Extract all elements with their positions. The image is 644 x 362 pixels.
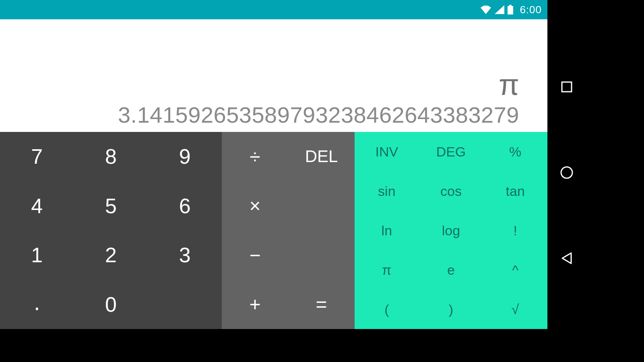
left-paren-button[interactable]: ( <box>355 290 419 329</box>
e-button[interactable]: e <box>419 250 483 290</box>
keypad: 7 8 9 4 5 6 1 2 3 . 0 ÷ DEL × − + = INV … <box>0 132 547 329</box>
display-area: π 3.141592653589793238462643383279 <box>0 19 547 132</box>
right-paren-button[interactable]: ) <box>419 290 483 329</box>
digit-9-button[interactable]: 9 <box>148 132 222 181</box>
inverse-button[interactable]: INV <box>355 132 419 171</box>
op-empty-2 <box>288 230 355 280</box>
status-icons <box>480 5 513 14</box>
divide-button[interactable]: ÷ <box>222 132 288 181</box>
svg-rect-0 <box>562 82 572 92</box>
digit-7-button[interactable]: 7 <box>0 132 74 181</box>
letterbox <box>0 329 644 362</box>
wifi-icon <box>480 5 491 14</box>
tan-button[interactable]: tan <box>483 171 547 211</box>
decimal-point-button[interactable]: . <box>0 280 74 329</box>
pi-button[interactable]: π <box>355 250 419 290</box>
digit-4-button[interactable]: 4 <box>0 181 74 231</box>
numpad-empty <box>148 280 222 329</box>
power-button[interactable]: ^ <box>483 250 547 290</box>
navigation-bar <box>547 0 586 329</box>
digit-3-button[interactable]: 3 <box>148 230 222 280</box>
operator-pad: ÷ DEL × − + = <box>222 132 355 329</box>
home-button[interactable] <box>558 164 576 181</box>
ln-button[interactable]: ln <box>355 211 419 250</box>
minus-button[interactable]: − <box>222 230 288 280</box>
numeric-pad: 7 8 9 4 5 6 1 2 3 . 0 <box>0 132 222 329</box>
multiply-button[interactable]: × <box>222 181 288 231</box>
digit-2-button[interactable]: 2 <box>74 230 148 280</box>
expression[interactable]: π <box>499 68 519 102</box>
clock: 6:00 <box>520 4 542 16</box>
recent-apps-button[interactable] <box>558 78 576 96</box>
plus-button[interactable]: + <box>222 280 288 329</box>
back-button[interactable] <box>558 249 576 267</box>
circle-icon <box>559 165 574 180</box>
sqrt-button[interactable]: √ <box>483 290 547 329</box>
battery-icon <box>508 5 513 14</box>
log-button[interactable]: log <box>419 211 483 250</box>
square-icon <box>561 81 573 93</box>
cos-button[interactable]: cos <box>419 171 483 211</box>
triangle-back-icon <box>560 251 574 265</box>
degree-mode-button[interactable]: DEG <box>419 132 483 171</box>
digit-1-button[interactable]: 1 <box>0 230 74 280</box>
cell-signal-icon <box>495 5 504 14</box>
factorial-button[interactable]: ! <box>483 211 547 250</box>
digit-0-button[interactable]: 0 <box>74 280 148 329</box>
digit-6-button[interactable]: 6 <box>148 181 222 231</box>
result: 3.141592653589793238462643383279 <box>52 102 519 128</box>
delete-button[interactable]: DEL <box>288 132 355 181</box>
equals-button[interactable]: = <box>288 280 355 329</box>
op-empty-1 <box>288 181 355 231</box>
svg-point-1 <box>561 167 572 178</box>
sin-button[interactable]: sin <box>355 171 419 211</box>
digit-5-button[interactable]: 5 <box>74 181 148 231</box>
status-bar: 6:00 <box>0 0 547 19</box>
advanced-pad: INV DEG % sin cos tan ln log ! π e ^ ( )… <box>355 132 547 329</box>
app-screen: 6:00 π 3.141592653589793238462643383279 … <box>0 0 547 329</box>
digit-8-button[interactable]: 8 <box>74 132 148 181</box>
percent-button[interactable]: % <box>483 132 547 171</box>
